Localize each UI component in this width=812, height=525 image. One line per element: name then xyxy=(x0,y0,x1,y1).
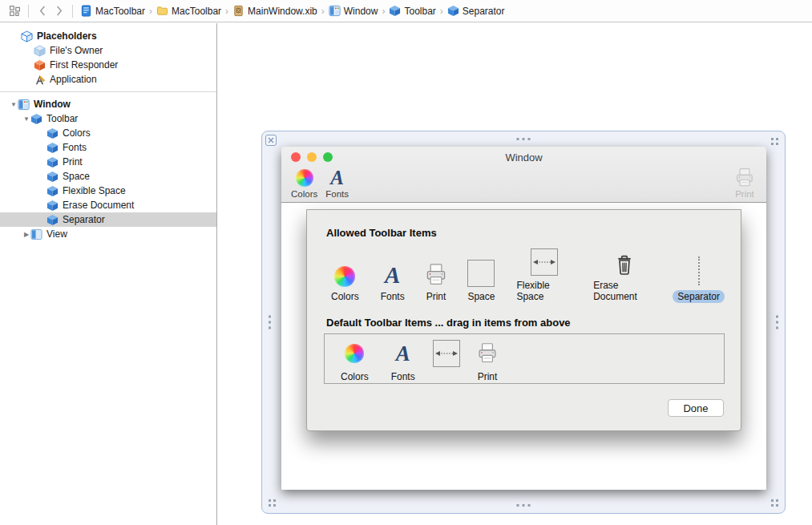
color-wheel-icon xyxy=(345,344,364,363)
outline-label: Fonts xyxy=(63,142,87,153)
resize-handle-bottom[interactable] xyxy=(517,504,531,507)
breadcrumb-window[interactable]: Window xyxy=(329,5,378,17)
outline-label: Colors xyxy=(63,127,91,139)
outline-item-toolbar[interactable]: ▼ Toolbar xyxy=(0,111,216,126)
printer-icon xyxy=(476,342,499,365)
outline-item-window[interactable]: ▼ Window xyxy=(0,97,216,111)
item-label: Erase Document xyxy=(588,279,661,303)
breadcrumb-separator: › xyxy=(382,6,385,17)
outline-item-print[interactable]: Print xyxy=(0,155,216,169)
item-label: Colors xyxy=(336,370,374,383)
outline-label: Application xyxy=(50,74,97,85)
outline-item-first-responder[interactable]: First Responder xyxy=(0,58,216,72)
outline-item-colors[interactable]: Colors xyxy=(0,126,216,140)
application-icon xyxy=(34,74,46,86)
resize-handle-bottom-right[interactable] xyxy=(771,499,778,507)
outline-label: Toolbar xyxy=(46,113,78,124)
outline-item-placeholders[interactable]: Placeholders xyxy=(0,29,216,43)
allowed-items-row: Colors A Fonts Print Space xyxy=(326,244,725,303)
disclosure-triangle-expanded[interactable]: ▼ xyxy=(10,101,18,108)
default-item-colors[interactable]: Colors xyxy=(336,340,374,383)
done-button[interactable]: Done xyxy=(668,399,724,417)
chevron-right-icon xyxy=(55,5,63,17)
breadcrumb-label: MacToolbar xyxy=(172,6,221,17)
breadcrumb-separator: › xyxy=(440,6,443,17)
printer-icon xyxy=(424,263,448,287)
cube-icon xyxy=(46,156,59,168)
item-label-selected: Separator xyxy=(673,290,725,303)
window-chrome: Window Colors A Fonts Print xyxy=(281,147,766,203)
outline-label: Separator xyxy=(63,214,105,225)
toolbar-item-fonts[interactable]: A Fonts xyxy=(325,167,349,199)
divider xyxy=(72,5,73,18)
space-icon xyxy=(467,260,495,287)
allowed-item-print[interactable]: Print xyxy=(422,255,451,303)
back-button[interactable] xyxy=(34,3,50,19)
document-outline: Placeholders File's Owner First Responde… xyxy=(0,23,217,525)
outline-item-separator[interactable]: Separator xyxy=(0,212,216,227)
outline-label: Print xyxy=(63,156,83,168)
item-label: Print xyxy=(422,290,451,303)
default-item-flexible-space[interactable] xyxy=(433,340,460,372)
fonts-icon: A xyxy=(385,264,400,287)
related-items-icon xyxy=(9,5,21,17)
cube-icon xyxy=(30,113,42,125)
breadcrumb-label: Toolbar xyxy=(404,6,435,17)
disclosure-triangle-collapsed[interactable]: ▶ xyxy=(22,231,30,238)
designer-frame: Window Colors A Fonts Print xyxy=(261,131,786,514)
allowed-item-fonts[interactable]: A Fonts xyxy=(376,255,410,303)
cube-icon xyxy=(46,171,59,183)
toolbar-item-label: Fonts xyxy=(325,189,349,199)
allowed-item-colors[interactable]: Colors xyxy=(326,255,364,303)
item-label: Flexible Space xyxy=(511,279,576,303)
outline-item-view[interactable]: ▶ View xyxy=(0,227,216,241)
outline-divider xyxy=(0,91,216,92)
color-wheel-icon xyxy=(334,266,355,287)
item-label: Colors xyxy=(326,290,364,303)
outline-label: Flexible Space xyxy=(63,185,126,196)
breadcrumb-xib-file[interactable]: MainWindow.xib xyxy=(232,5,317,17)
allowed-item-flexible-space[interactable]: Flexible Space xyxy=(511,244,576,303)
breadcrumb-separator-item[interactable]: Separator xyxy=(447,5,505,17)
printer-icon xyxy=(734,168,755,188)
allowed-items-title: Allowed Toolbar Items xyxy=(326,227,437,239)
disclosure-triangle-expanded[interactable]: ▼ xyxy=(22,115,30,123)
window-titlebar[interactable]: Window xyxy=(281,147,766,167)
color-wheel-icon xyxy=(296,169,313,187)
window-toolbar: Colors A Fonts Print xyxy=(281,167,766,199)
toolbar-item-colors[interactable]: Colors xyxy=(291,167,317,199)
allowed-item-erase-document[interactable]: Erase Document xyxy=(588,244,661,303)
item-label: Space xyxy=(463,290,499,303)
breadcrumb-separator: › xyxy=(225,6,228,17)
cube-icon xyxy=(447,5,459,17)
resize-handle-left[interactable] xyxy=(269,316,271,329)
close-designer-button[interactable] xyxy=(265,135,277,146)
cube-icon xyxy=(46,200,59,212)
outline-item-flexible-space[interactable]: Flexible Space xyxy=(0,184,216,198)
forward-button[interactable] xyxy=(50,3,67,19)
cube-icon xyxy=(46,185,59,197)
resize-handle-top[interactable] xyxy=(517,138,531,140)
allowed-item-space[interactable]: Space xyxy=(463,255,499,303)
resize-handle-top-right[interactable] xyxy=(771,138,778,145)
item-label xyxy=(442,370,451,372)
default-items-title: Default Toolbar Items ... drag in items … xyxy=(326,317,571,329)
default-item-fonts[interactable]: A Fonts xyxy=(386,340,420,383)
breadcrumb-toolbar[interactable]: Toolbar xyxy=(389,5,435,17)
default-item-print[interactable]: Print xyxy=(473,340,503,383)
breadcrumb-project[interactable]: MacToolbar xyxy=(80,5,145,17)
breadcrumb-separator: › xyxy=(321,6,325,17)
separator-icon xyxy=(698,256,700,285)
flexible-space-icon xyxy=(531,248,558,276)
toolbar-customization-sheet: Allowed Toolbar Items Colors A Fonts Pri… xyxy=(306,209,741,431)
outline-item-files-owner[interactable]: File's Owner xyxy=(0,43,216,58)
resize-handle-bottom-left[interactable] xyxy=(269,499,276,507)
outline-item-application[interactable]: Application xyxy=(0,72,216,87)
outline-item-space[interactable]: Space xyxy=(0,169,216,184)
breadcrumb-group[interactable]: MacToolbar xyxy=(156,5,221,17)
allowed-item-separator[interactable]: Separator xyxy=(673,255,725,303)
resize-handle-right[interactable] xyxy=(776,316,778,329)
outline-item-fonts[interactable]: Fonts xyxy=(0,140,216,155)
related-items-button[interactable] xyxy=(6,3,22,19)
outline-item-erase-document[interactable]: Erase Document xyxy=(0,198,216,212)
